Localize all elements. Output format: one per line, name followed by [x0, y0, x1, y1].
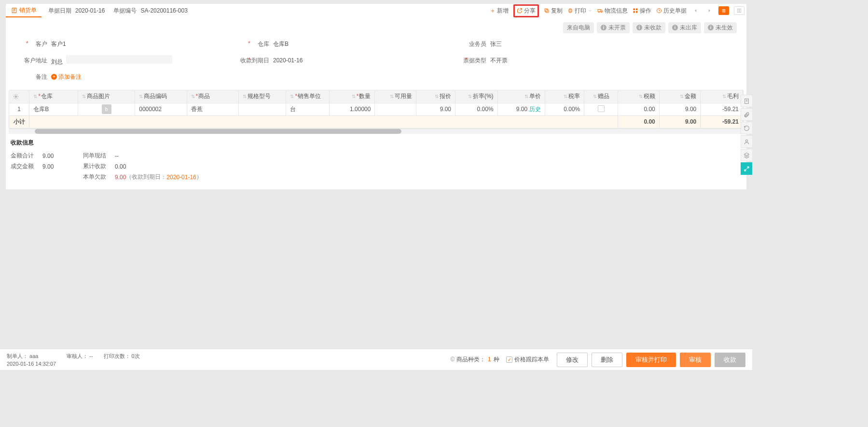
value-salesman[interactable]: 张三: [490, 40, 502, 48]
label-invoice-type: 票据类型: [454, 57, 490, 65]
value-invoice-type[interactable]: 不开票: [490, 57, 508, 65]
audit-button[interactable]: 审核: [680, 353, 711, 367]
col-unit[interactable]: ⇅*销售单位: [286, 90, 330, 103]
next-button[interactable]: [705, 6, 714, 15]
share-icon: [517, 8, 523, 14]
col-tax-rate[interactable]: ⇅税率: [545, 90, 584, 103]
status-tags: 来自电脑 i未开票 i未收款 i未出库 i未生效: [563, 20, 741, 35]
prev-button[interactable]: [691, 6, 700, 15]
col-qty[interactable]: ⇅*数量: [330, 90, 375, 103]
svg-rect-8: [636, 9, 638, 11]
plus-icon: ＋: [490, 7, 496, 15]
copyright-icon: ©: [450, 356, 455, 363]
dock-refresh-icon[interactable]: [741, 122, 752, 134]
col-amount[interactable]: ⇅金额: [659, 90, 700, 103]
col-tax-amount[interactable]: ⇅税额: [618, 90, 659, 103]
value-warehouse[interactable]: 仓库B: [273, 40, 289, 48]
owe-due-date: 2020-01-16: [166, 174, 196, 181]
cell-qty[interactable]: 1.00000: [330, 103, 375, 115]
cell-product[interactable]: 香蕉: [187, 103, 238, 115]
copy-button[interactable]: 复制: [544, 7, 563, 15]
col-image[interactable]: ⇅商品图片: [78, 90, 135, 103]
svg-point-14: [15, 96, 17, 97]
cell-price[interactable]: 9.00历史: [497, 103, 545, 115]
col-settings[interactable]: [9, 90, 29, 103]
col-quote[interactable]: ⇅报价: [416, 90, 455, 103]
print-button[interactable]: 打印: [567, 7, 592, 15]
tab-sales-order[interactable]: 销货单: [6, 4, 41, 17]
horizontal-scrollbar[interactable]: [9, 129, 744, 134]
doc-date: 单据日期 2020-01-16: [48, 7, 105, 15]
value-total: 9.00: [42, 153, 54, 159]
col-available[interactable]: ⇅可用量: [375, 90, 416, 103]
document-icon: [11, 7, 17, 14]
cell-available: [375, 103, 416, 115]
cell-discount[interactable]: 0.00%: [455, 103, 497, 115]
col-product[interactable]: ⇅*商品: [187, 90, 238, 103]
dock-user-icon[interactable]: [741, 135, 752, 148]
col-profit[interactable]: ⇅毛利: [701, 90, 743, 103]
timestamp: 2020-01-16 14:32:07: [7, 360, 56, 368]
tag-no-receipt[interactable]: i未收款: [633, 22, 665, 33]
history-button[interactable]: 历史单据: [656, 7, 687, 15]
label-owe: 本单欠款: [83, 173, 115, 181]
value-customer[interactable]: 客户1: [51, 40, 66, 48]
cell-unit[interactable]: 台: [286, 103, 330, 115]
right-dock: [741, 95, 752, 175]
dock-expand-icon[interactable]: [741, 162, 752, 175]
view-list-button[interactable]: [718, 6, 729, 15]
add-remark-button[interactable]: + 添加备注: [51, 73, 82, 81]
cell-tax-rate[interactable]: 0.00%: [545, 103, 584, 115]
new-button[interactable]: ＋ 新增: [490, 7, 509, 15]
clock-icon: [656, 8, 662, 14]
print-count-label: 打印次数：: [104, 353, 130, 359]
col-warehouse[interactable]: ⇅*仓库: [29, 90, 78, 103]
info-icon: i: [708, 25, 714, 30]
scroll-thumb[interactable]: [35, 129, 401, 134]
payment-title: 收款信息: [11, 139, 738, 147]
cell-code[interactable]: 0000002: [135, 103, 187, 115]
value-due-date[interactable]: 2020-01-16: [273, 57, 303, 64]
svg-rect-4: [598, 10, 601, 12]
dock-attach-icon[interactable]: [741, 108, 752, 121]
share-button[interactable]: 分享: [513, 4, 539, 17]
audit-print-button[interactable]: 审核并打印: [626, 353, 676, 367]
cell-gift[interactable]: [584, 103, 618, 115]
print-count-value: 0次: [132, 353, 140, 359]
label-customer: 客户: [14, 40, 51, 48]
cell-image[interactable]: b: [78, 103, 135, 115]
col-gift[interactable]: ⇅赠品: [584, 90, 618, 103]
modify-button[interactable]: 修改: [557, 353, 588, 367]
cell-warehouse[interactable]: 仓库B: [29, 103, 78, 115]
col-price[interactable]: ⇅单价: [497, 90, 545, 103]
price-history-link[interactable]: 历史: [529, 106, 541, 113]
tag-not-effective[interactable]: i未生效: [704, 22, 737, 33]
value-cum-receive: 0.00: [115, 163, 126, 170]
price-follow-checkbox[interactable]: ✓ 价格跟踪本单: [506, 356, 549, 364]
table-row[interactable]: 1 仓库B b 0000002 香蕉 台 1.00000 9.00 0.00% …: [9, 103, 743, 115]
logistics-button[interactable]: 物流信息: [597, 7, 628, 15]
cell-profit: -59.21: [701, 103, 743, 115]
print-icon: [567, 8, 573, 14]
svg-rect-7: [634, 9, 635, 11]
cell-spec[interactable]: [238, 103, 286, 115]
dock-layers-icon[interactable]: [741, 149, 752, 161]
footer-bar: 制单人： aaa 2020-01-16 14:32:07 审核人： -- 打印次…: [0, 349, 752, 370]
view-grid-button[interactable]: [734, 6, 744, 15]
gift-checkbox[interactable]: [598, 105, 605, 112]
auditor-value: --: [89, 353, 93, 359]
value-address[interactable]: 刘总: [51, 55, 172, 66]
col-code[interactable]: ⇅商品编码: [135, 90, 187, 103]
tag-no-invoice[interactable]: i未开票: [597, 22, 630, 33]
label-deal: 成交金额: [11, 162, 42, 171]
tag-no-outbound[interactable]: i未出库: [668, 22, 701, 33]
cell-amount: 9.00: [659, 103, 700, 115]
delete-button[interactable]: 删除: [592, 353, 622, 367]
col-discount[interactable]: ⇅折率(%): [455, 90, 497, 103]
label-due-date: 收款到期日: [236, 57, 273, 65]
cell-quote[interactable]: 9.00: [416, 103, 455, 115]
subtotal-amount: 9.00: [659, 115, 700, 128]
col-spec[interactable]: ⇅规格型号: [238, 90, 286, 103]
operate-button[interactable]: 操作: [633, 7, 651, 15]
dock-note-icon[interactable]: [741, 95, 752, 107]
